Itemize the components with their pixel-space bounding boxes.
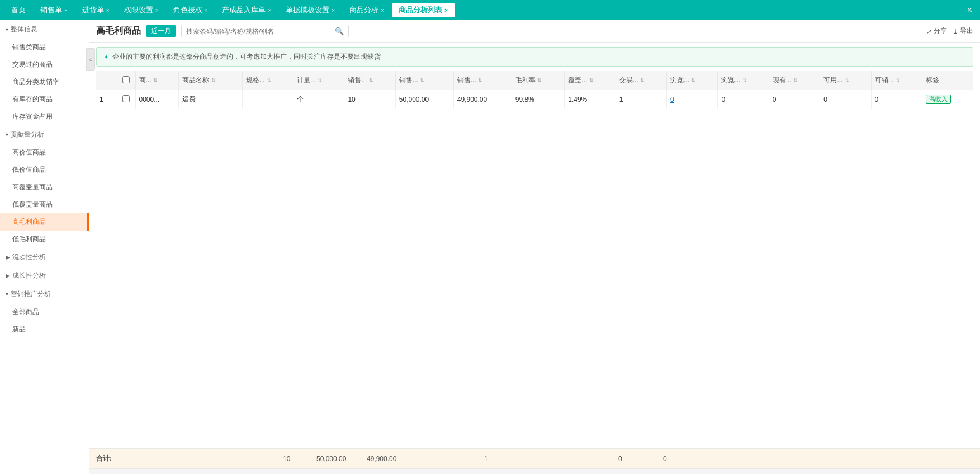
tab-analysis[interactable]: 商品分析 × (343, 3, 391, 17)
sort-icon: ⇅ (211, 78, 216, 83)
horizontal-scrollbar[interactable] (89, 468, 980, 474)
tab-permission[interactable]: 权限设置 × (117, 3, 165, 17)
close-icon[interactable]: × (205, 7, 208, 13)
search-icon[interactable]: 🔍 (335, 27, 344, 35)
sidebar-item-category-rate[interactable]: 商品分类助销率 (0, 73, 89, 91)
tab-purchase[interactable]: 进货单 × (75, 3, 116, 17)
search-input[interactable] (186, 27, 335, 35)
sidebar-item-new-goods[interactable]: 新品 (0, 321, 89, 338)
tab-stock-in[interactable]: 产成品入库单 × (215, 3, 278, 17)
sidebar: ▾ 整体信息 销售类商品 交易过的商品 商品分类助销率 有库存的商品 库存资金占… (0, 20, 89, 474)
col-available[interactable]: 可用... ⇅ (820, 71, 871, 90)
sort-icon: ⇅ (691, 78, 695, 83)
sidebar-collapse-button[interactable]: « (86, 48, 95, 71)
col-spec[interactable]: 规格... ⇅ (242, 71, 293, 90)
chevron-right-icon: ▶ (6, 273, 10, 279)
sidebar-section-trend[interactable]: ▶ 流趋性分析 (0, 248, 89, 266)
sidebar-section-contribution[interactable]: ▾ 贡献量分析 (0, 125, 89, 144)
sidebar-item-all-goods[interactable]: 全部商品 (0, 303, 89, 321)
sort-icon: ⇅ (640, 78, 645, 83)
sidebar-section-overall[interactable]: ▾ 整体信息 (0, 20, 89, 39)
close-icon[interactable]: × (106, 7, 110, 13)
cell-available: 0 (820, 90, 871, 109)
col-sales3[interactable]: 销售... ⇅ (453, 71, 512, 90)
data-table: 商... ⇅ 商品名称 ⇅ 规格... ⇅ 计量... (96, 71, 973, 109)
sidebar-item-stock-capital[interactable]: 库存资金占用 (0, 108, 89, 125)
cell-gross-rate: 99.8% (512, 90, 565, 109)
col-gross-rate[interactable]: 毛利率 ⇅ (512, 71, 565, 90)
sidebar-item-low-coverage[interactable]: 低覆盖量商品 (0, 196, 89, 213)
table-row: 1 0000... 运费 个 10 50,000.00 49,900.00 99… (96, 90, 973, 109)
cell-stock: 0 (769, 90, 820, 109)
col-name[interactable]: 商品名称 ⇅ (179, 71, 242, 90)
info-icon: ✦ (103, 53, 109, 61)
col-browse1-label: 浏览... (670, 76, 689, 84)
col-available-label: 可用... (823, 76, 842, 84)
close-all-button[interactable]: × (964, 4, 976, 16)
sidebar-section-growth[interactable]: ▶ 成长性分析 (0, 266, 89, 285)
chevron-right-icon: ▶ (6, 254, 10, 260)
share-label: 分享 (934, 26, 947, 36)
col-coverage[interactable]: 覆盖... ⇅ (565, 71, 616, 90)
close-icon[interactable]: × (332, 7, 335, 13)
sidebar-item-in-stock[interactable]: 有库存的商品 (0, 91, 89, 108)
info-text: 企业的主要的利润都是这部分商品创造的，可考虑加大推广，同时关注库存是不要出现缺货 (112, 52, 381, 62)
close-icon[interactable]: × (381, 7, 384, 13)
export-label: 导出 (960, 26, 973, 36)
close-icon[interactable]: × (444, 7, 448, 13)
col-code[interactable]: 商... ⇅ (135, 71, 179, 90)
sidebar-item-sales-goods[interactable]: 销售类商品 (0, 39, 89, 56)
select-all-checkbox[interactable] (122, 76, 130, 83)
tab-template[interactable]: 单据模板设置 × (279, 3, 342, 17)
period-button[interactable]: 近一月 (146, 25, 176, 37)
tab-purchase-label: 进货单 (82, 5, 104, 15)
sidebar-item-high-value[interactable]: 高价值商品 (0, 144, 89, 161)
col-sellable[interactable]: 可销... ⇅ (871, 71, 922, 90)
sort-icon: ⇅ (420, 78, 424, 83)
share-icon: ↗ (926, 27, 932, 35)
col-browse2[interactable]: 浏览... ⇅ (718, 71, 769, 90)
sidebar-item-high-margin[interactable]: 高毛利商品 (0, 213, 89, 231)
close-icon[interactable]: × (64, 7, 68, 13)
share-button[interactable]: ↗ 分享 (926, 26, 947, 36)
header-actions: ↗ 分享 ⤓ 导出 (926, 26, 973, 36)
footer-sales1-val: 10 (280, 455, 313, 463)
export-button[interactable]: ⤓ 导出 (953, 26, 973, 36)
cell-browse1[interactable]: 0 (667, 90, 718, 109)
sort-icon: ⇅ (589, 78, 594, 83)
col-sales2[interactable]: 销售... ⇅ (395, 71, 453, 90)
sidebar-item-low-value[interactable]: 低价值商品 (0, 161, 89, 179)
col-checkbox[interactable] (119, 71, 135, 90)
tab-home-label: 首页 (11, 5, 26, 15)
tab-analysis-list[interactable]: 商品分析列表 × (392, 3, 455, 17)
col-browse1[interactable]: 浏览... ⇅ (667, 71, 718, 90)
tab-role[interactable]: 角色授权 × (167, 3, 215, 17)
footer-sales1 (123, 455, 280, 463)
col-trade[interactable]: 交易... ⇅ (616, 71, 666, 90)
sidebar-section-marketing[interactable]: ▾ 营销推广分析 (0, 285, 89, 303)
chevron-down-icon: ▾ (6, 26, 8, 32)
cell-sales2: 50,000.00 (395, 90, 453, 109)
sort-icon: ⇅ (267, 78, 271, 83)
close-icon[interactable]: × (268, 7, 271, 13)
cell-sales3: 49,900.00 (453, 90, 512, 109)
cell-checkbox[interactable] (119, 90, 135, 109)
sidebar-item-traded-goods[interactable]: 交易过的商品 (0, 56, 89, 73)
tab-sales[interactable]: 销售单 × (34, 3, 74, 17)
tab-permission-label: 权限设置 (124, 5, 153, 15)
tab-home[interactable]: 首页 (4, 3, 32, 17)
tab-analysis-list-label: 商品分析列表 (399, 5, 442, 15)
content-area: 高毛利商品 近一月 🔍 ↗ 分享 ⤓ 导出 ✦ 企业的主要的利润都是这部分商品创… (89, 20, 980, 474)
main-layout: ▾ 整体信息 销售类商品 交易过的商品 商品分类助销率 有库存的商品 库存资金占… (0, 20, 980, 474)
col-tag[interactable]: 标签 (922, 71, 973, 90)
col-stock[interactable]: 现有... ⇅ (769, 71, 820, 90)
sidebar-item-low-margin[interactable]: 低毛利商品 (0, 231, 89, 248)
sidebar-item-high-coverage[interactable]: 高覆盖量商品 (0, 179, 89, 196)
col-tag-label: 标签 (926, 76, 939, 84)
col-unit[interactable]: 计量... ⇅ (293, 71, 344, 90)
close-icon[interactable]: × (155, 7, 159, 13)
col-sales1[interactable]: 销售... ⇅ (344, 71, 395, 90)
footer-sales2-val: 50,000.00 (313, 455, 363, 463)
row-checkbox[interactable] (122, 95, 130, 102)
sort-icon: ⇅ (153, 78, 158, 83)
